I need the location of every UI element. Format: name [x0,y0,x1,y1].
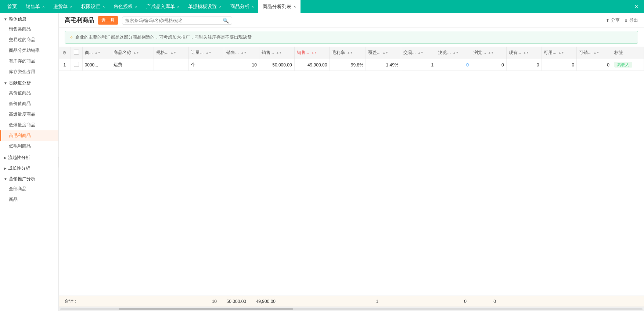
sidebar-item-low-explosion[interactable]: 低爆量度商品 [0,120,58,130]
nav-home[interactable]: 首页 [3,0,21,13]
chevron-down-icon-3: ▼ [4,177,7,181]
th-spec[interactable]: 规格... ▲▼ [154,47,189,59]
sidebar-item-category-rate[interactable]: 商品分类助销率 [0,45,58,56]
nav-sales[interactable]: 销售单 × [21,0,49,13]
sort-icon-5[interactable]: ▲▼ [241,51,247,54]
footer-spacer2 [278,299,351,304]
th-browse1[interactable]: 浏览... ▲▼ [436,47,471,59]
info-icon: ✧ [69,35,73,40]
info-banner: ✧ 企业的主要的利润都是这部分商品创造的，可考虑加大推广，同时关注库存是不要出现… [65,31,638,44]
sidebar-item-low-margin[interactable]: 低毛利商品 [0,141,58,152]
th-sales-amount[interactable]: 销售... ▲▼ [259,47,294,59]
share-button[interactable]: ⬆ 分享 [606,17,620,23]
sort-icon-10[interactable]: ▲▼ [418,51,424,54]
row-checkbox[interactable] [74,62,79,67]
sort-icon-6[interactable]: ▲▼ [276,51,282,54]
nav-role-close[interactable]: × [135,4,137,9]
th-coverage[interactable]: 覆盖... ▲▼ [366,47,401,59]
sidebar-item-stocked-goods[interactable]: 有库存的商品 [0,56,58,66]
nav-template[interactable]: 单据模板设置 × [184,0,226,13]
sort-icon-3[interactable]: ▲▼ [170,51,176,54]
top-navbar: 首页 销售单 × 进货单 × 权限设置 × 角色授权 × 产成品入库单 × 单据… [0,0,644,13]
sidebar-group-contribution[interactable]: ▼ 贡献度分析 [0,77,58,88]
td-checkbox[interactable] [71,59,82,71]
sidebar-item-sales-goods[interactable]: 销售类商品 [0,24,58,35]
th-check[interactable] [71,47,82,59]
footer-trade: 1 [351,299,381,304]
th-code[interactable]: 商... ▲▼ [82,47,111,59]
filter-recent-month-button[interactable]: 近一月 [98,16,118,25]
nav-template-close[interactable]: × [219,4,221,9]
nav-analysis[interactable]: 商品分析 × [226,0,258,13]
sidebar-group-marketing[interactable]: ▼ 营销推广分析 [0,173,58,184]
nav-analysis-list-close[interactable]: × [294,4,296,9]
sort-icon-7[interactable]: ▲▼ [311,51,317,54]
sidebar-item-new-goods[interactable]: 新品 [0,194,58,205]
sort-icon-4[interactable]: ▲▼ [206,51,212,54]
th-available[interactable]: 可用... ▲▼ [542,47,577,59]
horizontal-scrollbar[interactable] [59,307,644,311]
nav-role[interactable]: 角色授权 × [109,0,141,13]
nav-purchase-close[interactable]: × [70,4,72,9]
sidebar-group-overall[interactable]: ▼ 整体信息 [0,13,58,24]
sidebar-item-stock-capital[interactable]: 库存资金占用 [0,66,58,77]
sidebar-item-high-explosion[interactable]: 高爆量度商品 [0,109,58,120]
nav-analysis-close[interactable]: × [252,4,254,9]
th-current-stock[interactable]: 现有... ▲▼ [506,47,542,59]
sort-icon-9[interactable]: ▲▼ [382,51,388,54]
sidebar: « ▼ 整体信息 销售类商品 交易过的商品 商品分类助销率 有库存的商品 库存资… [0,13,59,311]
td-name: 运费 [111,59,154,71]
page-title: 高毛利商品 [65,17,94,24]
export-button[interactable]: ⬇ 导出 [624,17,638,23]
nav-purchase[interactable]: 进货单 × [49,0,76,13]
th-saleable[interactable]: 可销... ▲▼ [577,47,612,59]
th-unit[interactable]: 计量... ▲▼ [189,47,224,59]
th-browse2[interactable]: 浏览... ▲▼ [471,47,506,59]
sort-icon-8[interactable]: ▲▼ [347,51,353,54]
sidebar-item-high-value[interactable]: 高价值商品 [0,88,58,98]
sort-icon-15[interactable]: ▲▼ [593,51,599,54]
sidebar-item-all-goods[interactable]: 全部商品 [0,184,58,194]
td-code: 0000... [82,59,111,71]
sidebar-item-high-margin[interactable]: 高毛利商品 [0,130,58,141]
sort-icon[interactable]: ▲▼ [95,51,101,54]
th-sales-qty[interactable]: 销售... ▲▼ [224,47,259,59]
select-all-checkbox[interactable] [74,50,79,55]
search-input[interactable] [125,18,223,23]
th-gross-rate[interactable]: 毛利率 ▲▼ [330,47,366,59]
sort-icon-2[interactable]: ▲▼ [133,51,139,54]
sort-icon-13[interactable]: ▲▼ [523,51,529,54]
window-close-button[interactable]: × [632,3,641,10]
sidebar-collapse-button[interactable]: « [58,157,59,167]
footer-spacer3 [381,299,439,304]
nav-analysis-list[interactable]: 商品分析列表 × [258,0,300,13]
th-tag[interactable]: 标签 [612,47,644,59]
th-sales-profit[interactable]: 销售... ▲▼ [294,47,330,59]
sort-icon-12[interactable]: ▲▼ [488,51,494,54]
sort-icon-11[interactable]: ▲▼ [453,51,459,54]
browse1-link[interactable]: 0 [466,62,469,68]
nav-production[interactable]: 产成品入库单 × [142,0,184,13]
sidebar-group-growth[interactable]: ▶ 成长性分析 [0,162,58,173]
nav-sales-close[interactable]: × [42,4,44,9]
settings-icon[interactable]: ⚙ [62,50,66,55]
content-header: 高毛利商品 近一月 🔍 ⬆ 分享 ⬇ 导出 [59,13,644,28]
td-browse1[interactable]: 0 [436,59,471,71]
th-trade[interactable]: 交易... ▲▼ [401,47,436,59]
footer-sales-qty: 10 [190,299,219,304]
nav-permission[interactable]: 权限设置 × [77,0,109,13]
nav-permission-close[interactable]: × [102,4,105,9]
sidebar-item-low-value[interactable]: 低价值商品 [0,98,58,109]
footer-saleable: 0 [469,299,498,304]
sidebar-group-trend[interactable]: ▶ 流趋性分析 [0,152,58,162]
table-wrapper[interactable]: ⚙ 商... ▲▼ 商品名称 ▲▼ [59,47,644,296]
sort-icon-14[interactable]: ▲▼ [558,51,564,54]
nav-production-close[interactable]: × [177,4,179,9]
scrollbar-thumb[interactable] [119,308,294,310]
th-settings[interactable]: ⚙ [59,47,71,59]
td-current-stock: 0 [506,59,542,71]
sidebar-item-traded-goods[interactable]: 交易过的商品 [0,35,58,45]
scrollbar-track[interactable] [60,308,643,310]
search-icon[interactable]: 🔍 [223,18,229,23]
th-name[interactable]: 商品名称 ▲▼ [111,47,154,59]
